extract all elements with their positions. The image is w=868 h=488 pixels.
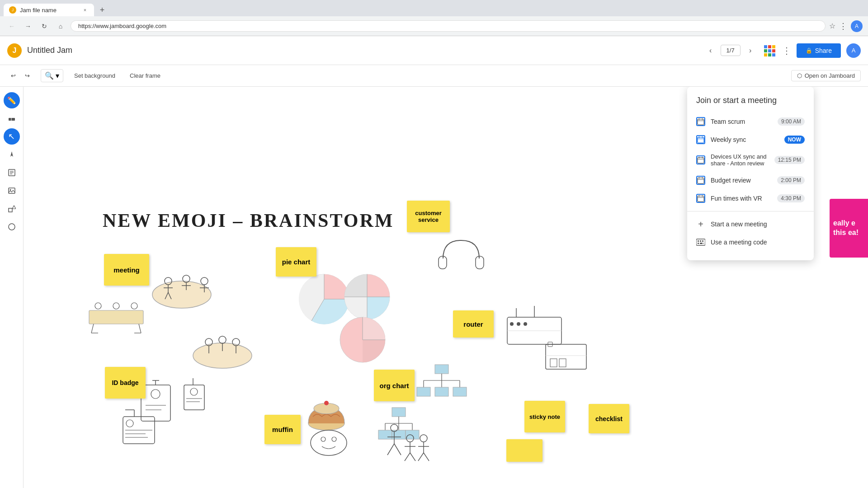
svg-point-66 — [510, 322, 514, 326]
tool-sticky-note[interactable] — [4, 164, 20, 181]
svg-line-121 — [394, 444, 401, 455]
svg-point-117 — [391, 424, 398, 432]
svg-rect-144 — [698, 178, 704, 183]
sticky-note-bottom-yellow[interactable] — [506, 439, 542, 462]
meeting-item-team-scrum[interactable]: Team scrum 9:00 AM — [687, 113, 814, 131]
zoom-control[interactable]: 🔍 ▾ — [41, 69, 63, 82]
frame-next-button[interactable]: › — [744, 44, 757, 57]
app-bar-right: ⋮ 🔒 Share A — [762, 43, 861, 58]
browser-tab-active[interactable]: J Jam file name × — [4, 4, 94, 16]
open-jamboard-icon: ⬡ — [797, 72, 802, 79]
share-label: Share — [815, 47, 832, 54]
bookmark-star-icon[interactable]: ☆ — [829, 22, 835, 30]
svg-line-120 — [387, 444, 394, 455]
svg-line-131 — [424, 453, 429, 461]
sticky-note-pie-chart[interactable]: pie chart — [276, 247, 316, 277]
tool-shapes[interactable] — [4, 201, 20, 217]
meeting-item-fun-times[interactable]: Fun times with VR 4:30 PM — [687, 189, 814, 207]
clear-frame-button[interactable]: Clear frame — [126, 70, 164, 81]
browser-profile-icon[interactable]: A — [851, 20, 863, 32]
sticky-note-meeting[interactable]: meeting — [104, 254, 149, 286]
home-button[interactable]: ⌂ — [54, 20, 67, 33]
app-title[interactable]: Untitled Jam — [27, 46, 699, 55]
svg-point-23 — [165, 277, 172, 285]
svg-point-94 — [314, 403, 339, 414]
app-more-options-button[interactable]: ⋮ — [782, 45, 791, 56]
svg-line-27 — [168, 292, 171, 299]
svg-point-58 — [340, 317, 385, 362]
sticky-note-org-chart[interactable]: org chart — [374, 370, 415, 401]
svg-rect-148 — [698, 196, 704, 202]
svg-text:NEW EMOJI – BRAINSTORM: NEW EMOJI – BRAINSTORM — [103, 210, 394, 231]
svg-point-17 — [9, 189, 11, 191]
svg-rect-74 — [559, 359, 566, 367]
browser-menu-button[interactable]: ⋮ — [839, 21, 847, 31]
tool-pen[interactable]: ✏️ — [4, 92, 20, 108]
sticky-note-customer-service[interactable]: customer service — [407, 201, 450, 232]
meeting-calendar-icon-1 — [696, 117, 705, 126]
svg-marker-19 — [12, 206, 16, 209]
sticky-note-checklist[interactable]: checklist — [589, 404, 629, 433]
sticky-note-sticky-note-item-text: sticky note — [529, 413, 560, 420]
tool-image[interactable] — [4, 183, 20, 199]
svg-line-52 — [311, 299, 324, 321]
tool-eraser[interactable] — [4, 110, 20, 127]
meeting-name-devices-ux: Devices UX sync and share - Anton review — [711, 153, 769, 167]
forward-button[interactable]: → — [22, 20, 34, 33]
svg-point-22 — [152, 281, 211, 308]
sticky-note-id-badge-text: ID badge — [112, 379, 138, 386]
sticky-note-router[interactable]: router — [453, 310, 494, 338]
svg-rect-107 — [453, 387, 467, 396]
back-button[interactable]: ← — [5, 20, 18, 33]
svg-point-45 — [219, 336, 226, 343]
meeting-panel-title: Join or start a meeting — [687, 96, 814, 113]
zoom-icon: 🔍 — [45, 71, 54, 80]
svg-rect-114 — [378, 430, 392, 439]
svg-point-78 — [151, 389, 160, 399]
undo-button[interactable]: ↩ — [7, 70, 19, 81]
meeting-calendar-icon-3 — [696, 155, 705, 164]
toolbar: ↩ ↪ 🔍 ▾ Set background Clear frame ⬡ Ope… — [0, 65, 868, 87]
share-button[interactable]: 🔒 Share — [797, 43, 841, 58]
sticky-note-checklist-text: checklist — [595, 415, 623, 422]
svg-point-89 — [126, 420, 133, 427]
meeting-item-devices-ux[interactable]: Devices UX sync and share - Anton review… — [687, 149, 814, 171]
svg-point-41 — [131, 303, 137, 309]
meeting-item-weekly-sync[interactable]: Weekly sync NOW — [687, 131, 814, 149]
address-bar[interactable]: https://www.jamboard.google.com — [71, 20, 826, 32]
logo-letter: J — [13, 47, 17, 55]
meeting-item-budget-review[interactable]: Budget review 2:00 PM — [687, 171, 814, 189]
tool-circle[interactable] — [4, 219, 20, 235]
new-tab-button[interactable]: + — [96, 4, 108, 16]
svg-point-96 — [311, 430, 347, 455]
pink-card-text: eally e this ea! — [833, 219, 864, 238]
frame-prev-button[interactable]: ‹ — [704, 44, 717, 57]
canvas-area[interactable]: NEW EMOJI – BRAINSTORM — [24, 87, 868, 488]
sticky-note-id-badge[interactable]: ID badge — [105, 367, 146, 399]
tool-laser[interactable] — [4, 146, 20, 163]
tab-close-button[interactable]: × — [81, 6, 89, 14]
meeting-calendar-icon-5 — [696, 194, 705, 203]
sticky-note-sticky-note-item[interactable]: sticky note — [524, 401, 565, 432]
google-apps-icon[interactable] — [762, 43, 777, 58]
user-avatar[interactable]: A — [846, 43, 861, 58]
svg-rect-9 — [9, 118, 15, 121]
svg-rect-136 — [698, 137, 704, 143]
meeting-time-devices-ux: 12:15 PM — [774, 156, 805, 164]
sticky-note-muffin[interactable]: muffin — [264, 415, 301, 444]
set-background-button[interactable]: Set background — [71, 70, 119, 81]
svg-line-26 — [165, 292, 168, 299]
left-sidebar: ✏️ ↖ — [0, 87, 24, 488]
open-jamboard-label: Open on Jamboard — [805, 72, 855, 79]
svg-rect-34 — [89, 310, 143, 324]
reload-button[interactable]: ↻ — [38, 20, 51, 33]
start-new-meeting-action[interactable]: + Start a new meeting — [687, 215, 814, 233]
svg-point-93 — [308, 417, 344, 430]
svg-rect-154 — [700, 240, 701, 242]
use-meeting-code-action[interactable]: Use a meeting code — [687, 233, 814, 251]
svg-rect-155 — [702, 240, 703, 242]
redo-button[interactable]: ↪ — [21, 70, 33, 81]
tool-select[interactable]: ↖ — [4, 128, 20, 145]
open-on-jamboard-button[interactable]: ⬡ Open on Jamboard — [791, 70, 861, 81]
meeting-name-fun-times: Fun times with VR — [711, 195, 772, 202]
